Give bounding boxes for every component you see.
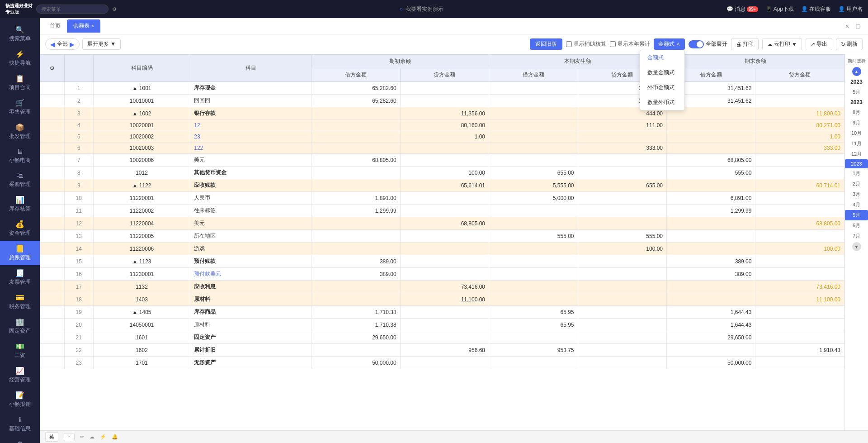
search-input[interactable] — [36, 5, 108, 14]
row-name[interactable]: 银行存款 — [190, 107, 311, 120]
time-month-aug[interactable]: 8月 — [845, 107, 868, 118]
menu-item-qty-foreign[interactable]: 数量外币式 — [640, 95, 684, 110]
sidebar-item-search[interactable]: 🔍 搜索菜单 — [0, 22, 40, 46]
cloud-print-btn[interactable]: ☁ 云打印 ▼ — [762, 38, 802, 50]
row-name[interactable]: 12 — [190, 120, 311, 131]
sidebar-item-wholesale[interactable]: 📦 批发管理 — [0, 119, 40, 144]
time-month-sep[interactable]: 9月 — [845, 118, 868, 128]
time-nav-up[interactable]: ▲ — [852, 67, 861, 76]
row-name[interactable]: 累计折旧 — [190, 344, 311, 357]
lightning-icon[interactable]: ⚡ — [100, 434, 106, 440]
sidebar-item-nav[interactable]: ⚡ 快捷导航 — [0, 46, 40, 71]
sidebar-item-ecommerce[interactable]: 🖥 小畅电商 — [0, 144, 40, 168]
user-avatar[interactable]: 👤 用户名 — [838, 5, 863, 13]
auxiliary-checkbox[interactable] — [566, 41, 572, 47]
refresh-btn[interactable]: ↻ 刷新 — [836, 38, 863, 50]
demo-text[interactable]: 我要看实例演示 — [406, 5, 443, 13]
row-name[interactable]: 固定资产 — [190, 331, 311, 344]
sidebar-item-project[interactable]: 📋 项目合同 — [0, 71, 40, 95]
row-name[interactable]: 23 — [190, 131, 311, 143]
tab-close-icon[interactable]: × — [91, 24, 94, 29]
row-name[interactable]: 美元 — [190, 217, 311, 230]
lang-btn[interactable]: 英 — [45, 432, 58, 442]
settings-icon[interactable]: ⚙ — [112, 6, 117, 12]
time-month-mar[interactable]: 2月 — [845, 179, 868, 189]
time-year-2023[interactable]: 2023 — [845, 77, 868, 87]
sidebar-item-system[interactable]: ⚙ 系统管理 — [0, 436, 40, 443]
sidebar-item-purchase[interactable]: 🛍 采购管理 — [0, 168, 40, 192]
time-month-nov[interactable]: 11月 — [845, 138, 868, 149]
row-name[interactable]: 美元 — [190, 154, 311, 167]
message-btn[interactable]: 💬 消息 99+ — [726, 5, 758, 13]
return-old-btn[interactable]: 返回旧版 — [530, 38, 562, 50]
table-row: 15▲ 1123预付账款389.00389.00 — [40, 255, 844, 268]
time-year-label[interactable]: 2023 — [845, 97, 868, 107]
row-name[interactable]: 回回回 — [190, 95, 311, 107]
sidebar-item-assets[interactable]: 🏢 固定资产 — [0, 314, 40, 338]
menu-item-qty-amount[interactable]: 数量金额式 — [640, 65, 684, 80]
cloud-status-icon[interactable]: ☁ — [90, 434, 94, 440]
tab-home[interactable]: 首页 — [45, 19, 65, 33]
expand-more-btn[interactable]: 展开更多 ▼ — [82, 38, 121, 50]
sidebar-item-funds[interactable]: 💰 资金管理 — [0, 216, 40, 241]
sidebar-item-tax[interactable]: 💳 税务管理 — [0, 290, 40, 314]
time-month-may[interactable]: 4月 — [845, 200, 868, 210]
row-name[interactable]: 预付款美元 — [190, 268, 311, 281]
time-month-apr[interactable]: 3月 — [845, 189, 868, 200]
print-btn[interactable]: 🖨 打印 — [731, 38, 759, 50]
sidebar-item-management[interactable]: 📈 经营管理 — [0, 363, 40, 387]
time-month-feb[interactable]: 1月 — [845, 168, 868, 179]
time-month-oct[interactable]: 10月 — [845, 128, 868, 138]
row-name[interactable]: 预付账款 — [190, 255, 311, 268]
bell-icon[interactable]: 🔔 — [112, 434, 118, 440]
time-month-jun[interactable]: 6月 — [845, 220, 868, 231]
nav-right-icon[interactable]: ▶ — [70, 41, 75, 48]
sidebar-item-expense[interactable]: 📝 小畅报销 — [0, 387, 40, 412]
row-name[interactable]: 122 — [190, 143, 311, 154]
sidebar-item-ledger[interactable]: 📒 总账管理 — [0, 241, 40, 265]
row-name[interactable]: 往来标签 — [190, 205, 311, 217]
row-name[interactable]: 游戏 — [190, 243, 311, 255]
app-download-btn[interactable]: 📱 App下载 — [765, 5, 794, 13]
row-name[interactable]: 人民币 — [190, 192, 311, 205]
tab-balance[interactable]: 余额表 × — [67, 19, 100, 33]
row-num: 2 — [64, 95, 93, 107]
amount-style-btn[interactable]: 金额式 ∧ — [654, 38, 685, 50]
row-name[interactable]: 应收账款 — [190, 179, 311, 192]
window-close-btn[interactable]: × — [843, 22, 852, 31]
sidebar-item-basic[interactable]: ℹ 基础信息 — [0, 412, 40, 436]
row-name[interactable]: 应收利息 — [190, 281, 311, 293]
annual-checkbox[interactable] — [610, 41, 616, 47]
sidebar-item-salary[interactable]: 💵 工资 — [0, 338, 40, 363]
row-name[interactable]: 其他货币资金 — [190, 167, 311, 179]
row-name[interactable]: 原材料 — [190, 293, 311, 306]
time-month-jul[interactable]: 7月 — [845, 231, 868, 241]
sidebar-item-inventory[interactable]: 📊 库存核算 — [0, 192, 40, 216]
row-check — [40, 344, 65, 357]
return-old-label: 返回旧版 — [535, 41, 557, 47]
window-max-btn[interactable]: □ — [854, 22, 863, 31]
row-ob-credit — [400, 143, 489, 154]
time-month-may-2023[interactable]: 5月 — [845, 87, 868, 97]
gear-icon[interactable]: ⚙ — [50, 65, 55, 71]
menu-item-foreign-amount[interactable]: 外币金额式 — [640, 80, 684, 95]
edit-icon[interactable]: ✏ — [80, 434, 84, 440]
time-month-5[interactable]: 5月 — [845, 210, 868, 220]
nav-left-icon[interactable]: ◀ — [50, 41, 55, 48]
scroll-btn[interactable]: ↑ — [64, 433, 75, 441]
sidebar-item-invoice[interactable]: 🧾 发票管理 — [0, 265, 40, 290]
sidebar-item-retail[interactable]: 🛒 零售管理 — [0, 95, 40, 119]
online-service-btn[interactable]: 👤 在线客服 — [801, 5, 831, 13]
row-name[interactable]: 所在地区 — [190, 230, 311, 243]
row-name[interactable]: 原材料 — [190, 319, 311, 331]
row-name[interactable]: 库存商品 — [190, 306, 311, 319]
time-month-jan[interactable]: 2023 — [845, 159, 868, 168]
filter-all-btn[interactable]: ◀ 全部 ▶ — [45, 38, 80, 50]
time-nav-down[interactable]: ▼ — [852, 242, 861, 251]
menu-item-amount[interactable]: 金额式 — [640, 50, 684, 65]
export-btn[interactable]: ↗ 导出 — [806, 38, 832, 50]
time-month-dec[interactable]: 12月 — [845, 149, 868, 159]
row-name[interactable]: 无形资产 — [190, 357, 311, 369]
expand-all-switch[interactable] — [689, 40, 704, 48]
row-name[interactable]: 库存现金 — [190, 82, 311, 95]
